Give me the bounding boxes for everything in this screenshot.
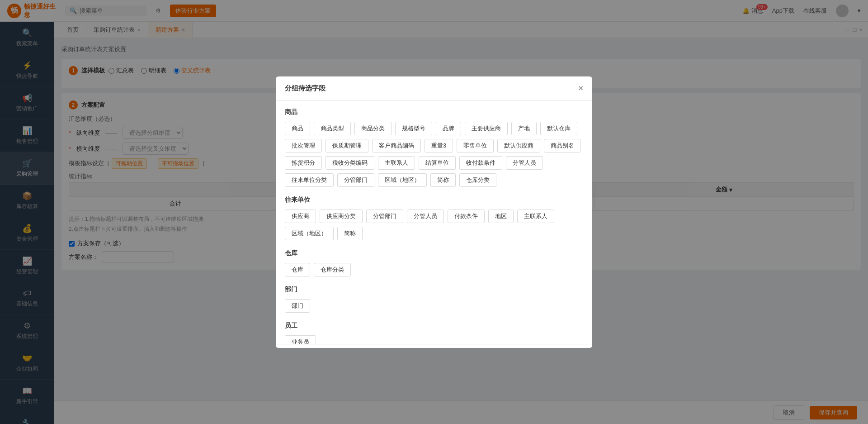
field-group-title: 员工 [285, 322, 583, 330]
field-tag[interactable]: 产地 [511, 122, 537, 135]
field-tag[interactable]: 简称 [337, 227, 363, 240]
field-tag[interactable]: 商品 [285, 122, 310, 135]
field-group-title: 商品 [285, 108, 583, 116]
field-tag[interactable]: 供应商分类 [320, 210, 363, 223]
field-tag[interactable]: 部门 [285, 299, 310, 313]
field-group-title: 往来单位 [285, 196, 583, 204]
field-tag[interactable]: 商品类型 [314, 122, 351, 135]
field-tag[interactable]: 仓库 [285, 263, 310, 276]
modal-body[interactable]: 商品商品商品类型商品分类规格型号品牌主要供应商产地默认仓库批次管理保质期管理客户… [276, 101, 592, 344]
field-tag[interactable]: 业务员 [285, 335, 316, 344]
field-tags: 商品商品类型商品分类规格型号品牌主要供应商产地默认仓库批次管理保质期管理客户商品… [285, 122, 583, 187]
field-group-仓库: 仓库仓库仓库分类 [285, 249, 583, 276]
field-tag[interactable]: 商品分类 [354, 122, 392, 135]
field-tag[interactable]: 收付款条件 [459, 156, 502, 170]
modal-title: 分组待选字段 [285, 84, 326, 93]
field-tag[interactable]: 主联系人 [378, 156, 415, 170]
modal-overlay: 分组待选字段 × 商品商品商品类型商品分类规格型号品牌主要供应商产地默认仓库批次… [0, 0, 868, 424]
field-tag[interactable]: 拣货积分 [285, 156, 322, 170]
field-tag[interactable]: 主要供应商 [465, 122, 508, 135]
field-tag[interactable]: 零售单位 [457, 139, 494, 152]
field-tag[interactable]: 仓库分类 [314, 263, 351, 276]
field-tag[interactable]: 区域（地区） [285, 227, 334, 240]
field-tags: 业务员 [285, 335, 583, 344]
field-tag[interactable]: 默认供应商 [497, 139, 540, 152]
field-tag[interactable]: 结算单位 [419, 156, 456, 170]
modal-hscroll[interactable] [276, 344, 592, 348]
field-tag[interactable]: 简称 [430, 173, 456, 187]
field-tag[interactable]: 主联系人 [517, 210, 554, 223]
field-group-员工: 员工业务员 [285, 322, 583, 344]
field-tag[interactable]: 往来单位分类 [285, 173, 334, 187]
field-tag[interactable]: 分管人员 [407, 210, 444, 223]
field-tag[interactable]: 供应商 [285, 210, 316, 223]
field-tag[interactable]: 商品别名 [544, 139, 581, 152]
field-tag[interactable]: 规格型号 [395, 122, 432, 135]
field-tag[interactable]: 付款条件 [448, 210, 485, 223]
field-group-title: 仓库 [285, 249, 583, 257]
field-tags: 仓库仓库分类 [285, 263, 583, 276]
field-tag[interactable]: 品牌 [436, 122, 461, 135]
field-tag[interactable]: 分管部门 [337, 173, 374, 187]
modal: 分组待选字段 × 商品商品商品类型商品分类规格型号品牌主要供应商产地默认仓库批次… [276, 76, 592, 348]
field-tag[interactable]: 税收分类编码 [326, 156, 374, 170]
field-tags: 部门 [285, 299, 583, 313]
field-group-部门: 部门部门 [285, 286, 583, 313]
field-tags: 供应商供应商分类分管部门分管人员付款条件地区主联系人区域（地区）简称 [285, 210, 583, 240]
field-tag[interactable]: 仓库分类 [459, 173, 496, 187]
field-group-商品: 商品商品商品类型商品分类规格型号品牌主要供应商产地默认仓库批次管理保质期管理客户… [285, 108, 583, 187]
field-tag[interactable]: 分管人员 [506, 156, 543, 170]
field-tag[interactable]: 客户商品编码 [372, 139, 421, 152]
field-tag[interactable]: 保质期管理 [326, 139, 368, 152]
field-tag[interactable]: 默认仓库 [540, 122, 577, 135]
field-tag[interactable]: 分管部门 [366, 210, 403, 223]
field-tag[interactable]: 区域（地区） [378, 173, 427, 187]
field-tag[interactable]: 重量3 [425, 139, 453, 152]
field-tag[interactable]: 批次管理 [285, 139, 322, 152]
field-tag[interactable]: 地区 [488, 210, 514, 223]
field-group-title: 部门 [285, 286, 583, 294]
modal-close-button[interactable]: × [578, 84, 583, 93]
field-group-往来单位: 往来单位供应商供应商分类分管部门分管人员付款条件地区主联系人区域（地区）简称 [285, 196, 583, 240]
modal-header: 分组待选字段 × [276, 76, 592, 101]
